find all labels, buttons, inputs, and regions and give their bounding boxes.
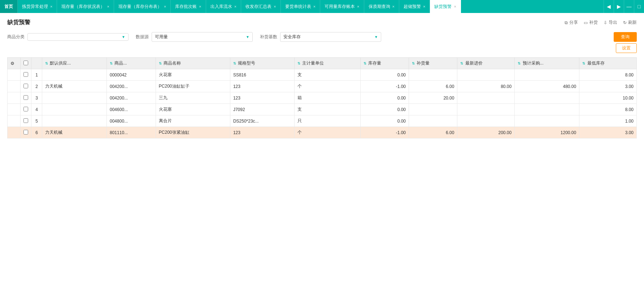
row-checkbox-cell-3[interactable]: [21, 104, 31, 115]
col-unit[interactable]: ⇅ 主计量单位: [294, 58, 360, 69]
tab-defect-process[interactable]: 拣货异常处理 ×: [18, 0, 57, 13]
row-checkbox-1[interactable]: [23, 84, 28, 88]
row-replenish-4: [409, 115, 457, 127]
col-unit-label: 主计量单位: [302, 61, 324, 66]
col-latest-price[interactable]: ⇅ 最新进价: [457, 58, 515, 69]
window-maximize-button[interactable]: □: [634, 0, 644, 13]
tab-expiry-query[interactable]: 保质期查询 ×: [364, 0, 399, 13]
tab-available-ledger[interactable]: 可用量库存账本 ×: [320, 0, 364, 13]
row-checkbox-cell-2[interactable]: [21, 92, 31, 104]
row-checkbox-4[interactable]: [23, 118, 28, 123]
replenish-base-select[interactable]: 安全库存 ▼: [280, 32, 381, 42]
replenish-base-value: 安全库存: [283, 34, 301, 40]
row-name-3: 火花塞: [156, 104, 230, 115]
col-spec-label: 规格型号: [238, 61, 255, 66]
sort-icon-spec: ⇅: [233, 61, 236, 65]
tab-demand-stats-close[interactable]: ×: [313, 4, 316, 9]
col-stock[interactable]: ⇅ 库存量: [360, 58, 409, 69]
row-code-5: 801110...: [107, 127, 156, 138]
tab-overstock-warning[interactable]: 超储预警 ×: [399, 0, 430, 13]
tab-demand-stats[interactable]: 要货单统计表 ×: [281, 0, 320, 13]
col-spec[interactable]: ⇅ 规格型号: [230, 58, 294, 69]
tab-defect-process-close[interactable]: ×: [50, 4, 52, 9]
tab-inventory-status-close[interactable]: ×: [107, 4, 109, 9]
row-min-stock-0: 8.00: [579, 69, 637, 81]
row-checkbox-5[interactable]: [23, 130, 28, 134]
row-checkbox-3[interactable]: [23, 107, 28, 111]
row-code-2: 004200...: [107, 92, 156, 104]
col-checkbox[interactable]: [21, 58, 31, 69]
row-est-purchase-5: 1200.00: [515, 127, 579, 138]
replenish-action[interactable]: ▭ 补货: [584, 19, 598, 26]
tab-inout-flow-close[interactable]: ×: [234, 4, 236, 9]
row-unit-4: 只: [294, 115, 360, 127]
row-checkbox-cell-1[interactable]: [21, 81, 31, 92]
datasource-select[interactable]: 可用量 ▼: [152, 32, 253, 42]
row-price-5: 200.00: [457, 127, 515, 138]
row-replenish-0: [409, 69, 457, 81]
datasource-filter-label: 数据源: [136, 34, 149, 40]
row-replenish-2: 20.00: [409, 92, 457, 104]
row-supplier-5: 力天机械: [42, 127, 107, 138]
tab-next-button[interactable]: ▶: [614, 0, 624, 13]
row-price-3: [457, 104, 515, 115]
refresh-action[interactable]: ↻ 刷新: [623, 19, 637, 26]
settings-button[interactable]: 设置: [616, 43, 637, 53]
row-stock-2: 0.00: [360, 92, 409, 104]
row-checkbox-2[interactable]: [23, 95, 28, 100]
col-product-code[interactable]: ⇅ 商品...: [107, 58, 156, 69]
refresh-label: 刷新: [628, 19, 637, 26]
tab-batch-account[interactable]: 库存批次账 ×: [171, 0, 206, 13]
row-supplier-1: 力天机械: [42, 81, 107, 92]
row-checkbox-cell-5[interactable]: [21, 127, 31, 138]
row-num-4: 5: [31, 115, 42, 127]
row-price-2: [457, 92, 515, 104]
tab-overstock-warning-label: 超储预警: [404, 4, 421, 10]
row-num-2: 3: [31, 92, 42, 104]
tab-shortage-warning-close[interactable]: ×: [454, 4, 456, 9]
export-icon: ⇩: [604, 20, 607, 25]
share-label: 分享: [569, 19, 578, 26]
col-estimated-purchase[interactable]: ⇅ 预计采购...: [515, 58, 579, 69]
sort-icon-supplier: ⇅: [45, 61, 48, 65]
row-checkbox-cell-4[interactable]: [21, 115, 31, 127]
category-select[interactable]: ▼: [27, 33, 129, 41]
tab-receive-summary-close[interactable]: ×: [274, 4, 276, 9]
row-name-0: 火花塞: [156, 69, 230, 81]
row-gear-5: [8, 127, 21, 138]
export-action[interactable]: ⇩ 导出: [604, 19, 617, 26]
col-gear[interactable]: ⚙: [8, 58, 21, 69]
col-replenish-qty[interactable]: ⇅ 补货量: [409, 58, 457, 69]
tab-available-ledger-close[interactable]: ×: [357, 4, 359, 9]
tab-inout-flow-label: 出入库流水: [210, 4, 232, 10]
tab-shortage-warning[interactable]: 缺货预警 ×: [430, 0, 461, 13]
row-checkbox-cell-0[interactable]: [21, 69, 31, 81]
select-all-checkbox[interactable]: [23, 61, 28, 65]
tab-inout-flow[interactable]: 出入库流水 ×: [206, 0, 241, 13]
row-code-3: 004600...: [107, 104, 156, 115]
tab-inventory-status[interactable]: 现存量（库存状况表） ×: [57, 0, 114, 13]
row-spec-2: 123: [230, 92, 294, 104]
col-default-supplier[interactable]: ⇅ 默认供应...: [42, 58, 107, 69]
row-gear-3: [8, 104, 21, 115]
tab-inventory-dist[interactable]: 现存量（库存分布表） ×: [114, 0, 171, 13]
table-row: 1 0000042 火花塞 SS816 支 0.00 8.00: [8, 69, 637, 81]
share-action[interactable]: ⧉ 分享: [565, 19, 578, 26]
tab-prev-button[interactable]: ◀: [604, 0, 614, 13]
tab-batch-account-close[interactable]: ×: [199, 4, 201, 9]
tab-expiry-query-close[interactable]: ×: [392, 4, 395, 9]
datasource-select-arrow: ▼: [246, 35, 249, 39]
tab-home[interactable]: 首页: [0, 0, 18, 13]
tab-receive-summary[interactable]: 收发存汇总表 ×: [241, 0, 280, 13]
tab-inventory-dist-close[interactable]: ×: [164, 4, 166, 9]
window-minimize-button[interactable]: —: [624, 0, 634, 13]
main-content: 缺货预警 ⧉ 分享 ▭ 补货 ⇩ 导出 ↻ 刷新 商品分类: [0, 13, 644, 287]
replenish-label: 补货: [589, 19, 598, 26]
row-supplier-4: [42, 115, 107, 127]
tab-overstock-warning-close[interactable]: ×: [423, 4, 425, 9]
row-checkbox-0[interactable]: [23, 72, 28, 77]
col-min-stock[interactable]: ⇅ 最低库存: [579, 58, 637, 69]
table-row: 6 力天机械 801110... PC200张紧油缸 123 个 -1.00 6…: [8, 127, 637, 138]
query-button[interactable]: 查询: [614, 32, 637, 42]
col-product-name[interactable]: ⇅ 商品名称: [156, 58, 230, 69]
